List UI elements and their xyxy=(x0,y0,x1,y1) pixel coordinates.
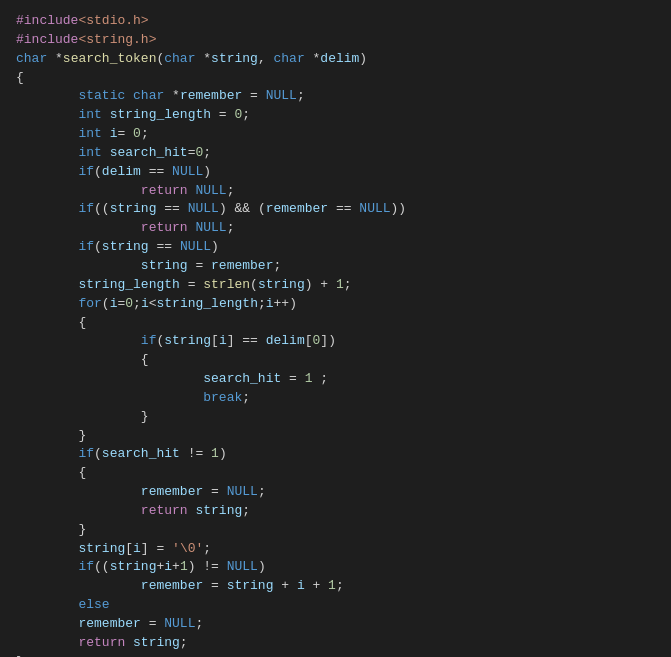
code-token: NULL xyxy=(195,182,226,201)
code-token: ; xyxy=(242,502,250,521)
code-token: i xyxy=(110,295,118,314)
code-token: return xyxy=(141,182,188,201)
code-token: { xyxy=(16,69,24,88)
code-token xyxy=(16,87,78,106)
code-token xyxy=(16,257,141,276)
code-line: { xyxy=(0,69,671,88)
code-token xyxy=(16,163,78,182)
code-token: i xyxy=(297,577,305,596)
code-token: if xyxy=(78,558,94,577)
code-token: if xyxy=(78,238,94,257)
code-token: static xyxy=(78,87,125,106)
code-token: == xyxy=(149,238,180,257)
code-token: ) xyxy=(219,445,227,464)
code-token xyxy=(16,200,78,219)
code-line: break; xyxy=(0,389,671,408)
code-token: 0 xyxy=(125,295,133,314)
code-token xyxy=(16,125,78,144)
code-token: char xyxy=(274,50,305,69)
code-token: return xyxy=(78,634,125,653)
code-token: * xyxy=(164,87,180,106)
code-token: 0 xyxy=(313,332,321,351)
code-token: search_hit xyxy=(110,144,188,163)
code-token: 0 xyxy=(234,106,242,125)
code-token: <string.h> xyxy=(78,31,156,50)
code-token: ( xyxy=(94,445,102,464)
code-token: remember xyxy=(180,87,242,106)
code-token xyxy=(16,445,78,464)
code-token: if xyxy=(78,200,94,219)
code-token: } xyxy=(16,653,24,657)
code-token: search_hit xyxy=(102,445,180,464)
code-token: strlen xyxy=(203,276,250,295)
code-token: int xyxy=(78,144,101,163)
code-token xyxy=(16,144,78,163)
code-token xyxy=(16,577,141,596)
code-token xyxy=(16,219,141,238)
code-token: == xyxy=(156,200,187,219)
code-line: #include<stdio.h> xyxy=(0,12,671,31)
code-token: for xyxy=(78,295,101,314)
code-line: if((string == NULL) && (remember == NULL… xyxy=(0,200,671,219)
code-token: + xyxy=(156,558,164,577)
code-token: = xyxy=(188,257,211,276)
code-token xyxy=(188,219,196,238)
code-token: ++) xyxy=(274,295,297,314)
code-token: string_length xyxy=(78,276,179,295)
code-token: + xyxy=(172,558,180,577)
code-token: i xyxy=(133,540,141,559)
code-token: ; xyxy=(227,219,235,238)
code-token: = xyxy=(117,125,133,144)
code-token: ; xyxy=(344,276,352,295)
code-token: string xyxy=(110,200,157,219)
code-token xyxy=(125,634,133,653)
code-token: )) xyxy=(391,200,407,219)
code-token: NULL xyxy=(172,163,203,182)
code-token: search_hit xyxy=(203,370,281,389)
code-token xyxy=(16,238,78,257)
code-token: 1 xyxy=(180,558,188,577)
code-token: ; xyxy=(141,125,149,144)
code-token xyxy=(16,182,141,201)
code-token: ; xyxy=(203,540,211,559)
code-token: ( xyxy=(102,295,110,314)
code-token xyxy=(16,389,203,408)
code-token xyxy=(16,540,78,559)
code-token: ; xyxy=(312,370,328,389)
code-line: string_length = strlen(string) + 1; xyxy=(0,276,671,295)
code-token: string_length xyxy=(110,106,211,125)
code-line: string = remember; xyxy=(0,257,671,276)
code-token: ; xyxy=(297,87,305,106)
code-token: 0 xyxy=(195,144,203,163)
code-token: string xyxy=(133,634,180,653)
code-token: ; xyxy=(258,483,266,502)
code-token: + xyxy=(273,577,296,596)
code-token: string_length xyxy=(157,295,258,314)
code-token: string xyxy=(78,540,125,559)
code-token xyxy=(16,558,78,577)
code-line: } xyxy=(0,408,671,427)
code-token: NULL xyxy=(266,87,297,106)
code-token: ; xyxy=(258,295,266,314)
code-token: ( xyxy=(156,332,164,351)
code-token: return xyxy=(141,502,188,521)
code-token: char xyxy=(164,50,195,69)
code-token: ; xyxy=(203,144,211,163)
code-token: i xyxy=(266,295,274,314)
code-token: ( xyxy=(250,276,258,295)
code-line: else xyxy=(0,596,671,615)
code-token: else xyxy=(78,596,109,615)
code-token xyxy=(102,106,110,125)
code-token: 0 xyxy=(133,125,141,144)
code-token: = xyxy=(117,295,125,314)
code-token: string xyxy=(211,50,258,69)
code-token xyxy=(16,502,141,521)
code-token: remember xyxy=(141,483,203,502)
code-token: } xyxy=(16,408,149,427)
code-token: remember xyxy=(141,577,203,596)
code-token: NULL xyxy=(164,615,195,634)
code-token: (( xyxy=(94,558,110,577)
code-token: ) && ( xyxy=(219,200,266,219)
code-line: { xyxy=(0,314,671,333)
code-line: if(string[i] == delim[0]) xyxy=(0,332,671,351)
